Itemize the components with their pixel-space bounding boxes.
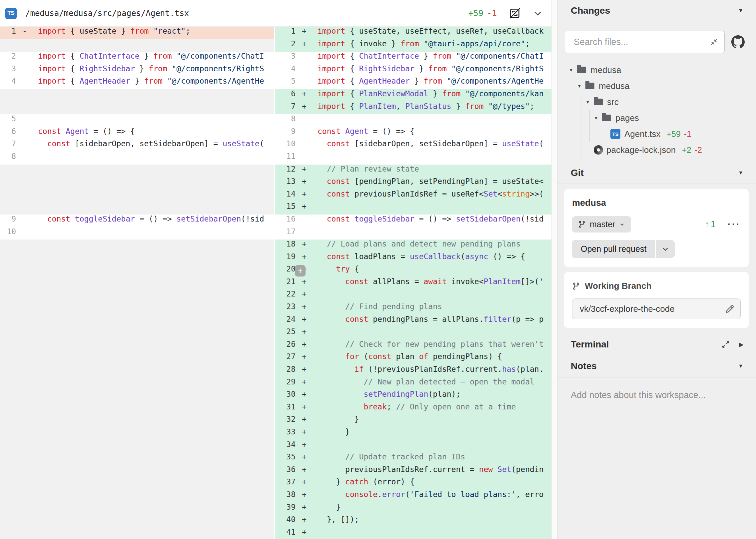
diff-code-row: 20+ try {+ (275, 265, 551, 277)
diff-code-row: 7 const [sidebarOpen, setSidebarOpen] = … (0, 139, 274, 152)
terminal-section-header[interactable]: Terminal ▶ (557, 334, 756, 355)
diff-marker (296, 127, 313, 140)
line-number: 38 (275, 490, 296, 503)
open-pull-request-button[interactable]: Open pull request (572, 240, 655, 258)
diff-marker (296, 64, 313, 77)
folder-expand-caret-icon[interactable]: ▼ (569, 67, 577, 73)
tree-folder-medusa[interactable]: ▼medusa (557, 62, 756, 78)
diff-marker: + (296, 390, 313, 402)
diff-marker: + (296, 102, 313, 115)
json-file-icon (594, 145, 603, 155)
file-deletions-badge: -2 (695, 145, 702, 155)
branch-selector[interactable]: master (572, 216, 631, 233)
diff-code-row: 18+ // Load plans and detect new pending… (275, 240, 551, 252)
code-text (313, 152, 551, 165)
changed-files-tree: ▼medusa▼medusa▼src▼pagesTSAgent.tsx+59-1… (557, 62, 756, 162)
edit-branch-pencil-icon[interactable] (725, 304, 734, 313)
diff-split-view: 1-import { useState } from "react";2impo… (0, 27, 551, 539)
diff-code-row: 34+ (275, 440, 551, 453)
additions-count: +59 (468, 8, 483, 18)
line-number: 35 (275, 452, 296, 465)
diff-marker: + (296, 165, 313, 177)
code-text (33, 114, 274, 127)
diff-marker: + (296, 377, 313, 390)
pull-request-options-dropdown[interactable] (656, 240, 675, 258)
code-text: } (313, 415, 551, 427)
file-path: /medusa/medusa/src/pages/Agent.tsx (25, 9, 189, 18)
git-section-header[interactable]: Git ▼ (557, 162, 756, 184)
diff-scrollbar-gutter[interactable] (551, 0, 557, 539)
split-diff-toggle-icon[interactable] (508, 7, 521, 20)
folder-expand-caret-icon[interactable]: ▼ (577, 83, 585, 89)
collapse-file-chevron-icon[interactable] (533, 8, 543, 18)
line-number: 23 (275, 302, 296, 315)
notes-section-header[interactable]: Notes ▼ (557, 355, 756, 377)
tree-indent-guide (577, 94, 585, 110)
tree-folder-medusa[interactable]: ▼medusa (557, 78, 756, 94)
tree-item-label: package-lock.json (606, 145, 676, 155)
add-comment-button[interactable]: + (295, 265, 306, 276)
changes-collapse-caret-icon[interactable]: ▼ (738, 8, 743, 14)
expand-terminal-icon[interactable] (721, 340, 730, 349)
diff-spacer-row (0, 202, 274, 215)
repo-name: medusa (572, 198, 741, 208)
diff-code-row: 6+import { PlanReviewModal } from "@/com… (275, 89, 551, 102)
github-icon[interactable] (731, 35, 745, 49)
diff-spacer-row (0, 390, 274, 402)
diff-spacer-row (0, 503, 274, 515)
line-number: 34 (275, 440, 296, 453)
line-number: 11 (275, 152, 296, 165)
line-number: 28 (275, 365, 296, 377)
code-text: import { PlanItem, PlanStatus } from "@/… (313, 102, 551, 115)
line-number: 27 (275, 352, 296, 365)
branch-name: master (590, 220, 615, 229)
line-number: 21 (275, 277, 296, 290)
diff-spacer-row (0, 302, 274, 315)
notes-collapse-caret-icon[interactable]: ▼ (738, 363, 743, 369)
diff-spacer-row (0, 365, 274, 377)
diff-code-row: 1-import { useState } from "react"; (0, 27, 274, 39)
notes-input-area[interactable]: Add notes about this workspace... (557, 377, 756, 413)
terminal-expand-caret-icon[interactable]: ▶ (739, 341, 743, 348)
diff-code-row: 1+import { useState, useEffect, useRef, … (275, 27, 551, 39)
folder-expand-caret-icon[interactable]: ▼ (585, 99, 594, 105)
code-text: import { useState } from "react"; (33, 27, 274, 39)
git-branch-icon (578, 221, 586, 228)
diff-spacer-row (0, 315, 274, 327)
diff-code-row: 35+ // Update tracked plan IDs (275, 452, 551, 465)
diff-marker: + (296, 515, 313, 528)
changes-section-header[interactable]: Changes ▼ (557, 0, 756, 21)
diff-marker: + (296, 427, 313, 440)
code-text: break; // Only open one at a time (313, 402, 551, 415)
code-text: // Check for new pending plans that were… (313, 340, 551, 352)
code-text: const [pendingPlan, setPendingPlan] = us… (313, 177, 551, 190)
repo-more-actions-button[interactable]: ··· (728, 219, 741, 230)
diff-marker (16, 77, 33, 89)
search-files-input[interactable] (565, 31, 725, 53)
git-title: Git (571, 168, 584, 178)
diff-marker: + (296, 27, 313, 39)
diff-spacer-row (0, 452, 274, 465)
diff-code-row: 4import { RightSidebar } from "@/compone… (275, 64, 551, 77)
code-text (33, 227, 274, 240)
git-collapse-caret-icon[interactable]: ▼ (738, 170, 743, 176)
tree-file-Agent.tsx[interactable]: TSAgent.tsx+59-1 (557, 126, 756, 142)
working-branch-field[interactable]: vk/3ccf-explore-the-code (572, 298, 741, 319)
tree-folder-src[interactable]: ▼src (557, 94, 756, 110)
tree-file-package-lock.json[interactable]: package-lock.json+2-2 (557, 142, 756, 158)
code-text: } (313, 427, 551, 440)
collapse-tree-icon[interactable] (709, 37, 719, 47)
typescript-file-icon: TS (610, 129, 620, 139)
diff-code-row: 31+ break; // Only open one at a time (275, 402, 551, 415)
diff-code-row: 7+import { PlanItem, PlanStatus } from "… (275, 102, 551, 115)
code-text: // Find pending plans (313, 302, 551, 315)
diff-marker (296, 114, 313, 127)
folder-expand-caret-icon[interactable]: ▼ (594, 115, 602, 121)
tree-folder-pages[interactable]: ▼pages (557, 110, 756, 126)
line-number: 8 (275, 114, 296, 127)
diff-spacer-row (0, 352, 274, 365)
tree-indent-guide (569, 94, 577, 110)
diff-marker: + (296, 327, 313, 340)
deletions-count: -1 (487, 8, 497, 18)
diff-marker: - (16, 27, 33, 39)
